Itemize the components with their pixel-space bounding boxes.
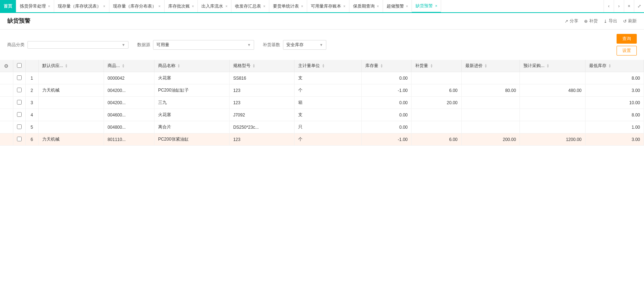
row-checkbox[interactable] <box>13 109 25 121</box>
tab-batch-account[interactable]: 库存批次账 × <box>165 0 198 13</box>
tab-collection-label: 收发存汇总表 <box>235 3 261 9</box>
row-goods-code: 004600... <box>104 109 155 121</box>
row-spec: SS816 <box>229 72 295 84</box>
row-stock: -1.00 <box>361 84 411 97</box>
select-all-checkbox[interactable] <box>17 63 22 68</box>
row-select-checkbox[interactable] <box>17 100 22 105</box>
tab-exception[interactable]: 拣货异常处理 × <box>16 0 54 13</box>
tab-order-stat[interactable]: 要货单统计表 × <box>269 0 307 13</box>
nav-next-button[interactable]: › <box>614 0 624 13</box>
row-index: 3 <box>25 97 38 109</box>
tab-exception-label: 拣货异常处理 <box>20 3 46 9</box>
row-stock: -1.00 <box>361 133 411 146</box>
sort-icon: ▲▼ <box>547 64 549 68</box>
goods-code-col-label: 商品... <box>108 63 120 68</box>
close-icon[interactable]: × <box>343 4 345 8</box>
row-select-checkbox[interactable] <box>17 75 22 80</box>
row-select-checkbox[interactable] <box>17 88 22 92</box>
tab-overstock-label: 超储预警 <box>387 3 404 9</box>
min-stock-col-header[interactable]: 最低库存 ▲▼ <box>586 60 644 72</box>
row-stock: 0.00 <box>361 97 411 109</box>
nav-prev-button[interactable]: ‹ <box>604 0 614 13</box>
row-supplier <box>38 72 104 84</box>
tab-home[interactable]: 首页 <box>0 0 16 13</box>
share-label: 分享 <box>570 18 578 24</box>
tab-shortage[interactable]: 缺货预警 × <box>412 0 441 13</box>
unit-col-label: 主计量单位 <box>298 63 320 68</box>
unit-col-header[interactable]: 主计量单位 ▲▼ <box>295 60 362 72</box>
chevron-down-icon: ▼ <box>122 43 125 47</box>
close-icon[interactable]: × <box>435 4 437 8</box>
tab-overstock[interactable]: 超储预警 × <box>383 0 412 13</box>
row-select-checkbox[interactable] <box>17 124 22 129</box>
row-spec: 123 <box>229 133 295 146</box>
row-spec: DS250*23c... <box>229 121 295 133</box>
export-button[interactable]: ⤓ 导出 <box>604 18 617 24</box>
tab-order-stat-label: 要货单统计表 <box>273 3 299 9</box>
tab-inventory-status[interactable]: 现存量（库存状况表） × <box>54 0 109 13</box>
tab-inventory-dist[interactable]: 现存量（库存分布表） × <box>109 0 165 13</box>
row-unit: 支 <box>295 72 362 84</box>
settings-col-header[interactable]: ⚙ <box>0 60 13 72</box>
row-select-checkbox[interactable] <box>17 137 22 141</box>
settings-button[interactable]: 设置 <box>617 46 637 56</box>
replenish-col-header[interactable]: 补货量 ▲▼ <box>412 60 461 72</box>
close-icon[interactable]: × <box>192 4 194 8</box>
index-col-header <box>25 60 38 72</box>
spec-col-header[interactable]: 规格型号 ▲▼ <box>229 60 295 72</box>
sort-icon: ▲▼ <box>122 64 125 68</box>
row-latest-price <box>461 121 520 133</box>
tab-expiry[interactable]: 保质期查询 × <box>349 0 383 13</box>
replenish-button[interactable]: ⊕ 补货 <box>584 18 598 24</box>
row-est-purchase <box>520 72 586 84</box>
checkbox-col-header[interactable] <box>13 60 25 72</box>
tab-expiry-label: 保质期查询 <box>353 3 375 9</box>
close-icon[interactable]: × <box>103 4 105 8</box>
row-checkbox[interactable] <box>13 133 25 146</box>
sort-icon: ▲▼ <box>430 64 433 68</box>
supplier-col-header[interactable]: 默认供应... ▲▼ <box>38 60 104 72</box>
close-icon[interactable]: × <box>48 4 50 8</box>
tab-available-ledger[interactable]: 可用量库存账本 × <box>307 0 349 13</box>
close-icon[interactable]: × <box>377 4 379 8</box>
row-est-purchase: 480.00 <box>520 84 586 97</box>
row-checkbox[interactable] <box>13 97 25 109</box>
datasource-select[interactable]: 可用量 ▼ <box>153 40 254 50</box>
row-replenish: 6.00 <box>412 133 461 146</box>
row-checkbox[interactable] <box>13 121 25 133</box>
share-button[interactable]: ↗ 分享 <box>565 18 578 24</box>
table-header-row: ⚙ 默认供应... ▲▼ 商品... ▲▼ 商品名称 ▲▼ <box>0 60 644 72</box>
row-goods-code: 801110... <box>104 133 155 146</box>
refresh-button[interactable]: ↺ 刷新 <box>623 18 637 24</box>
goods-code-col-header[interactable]: 商品... ▲▼ <box>104 60 155 72</box>
category-select[interactable]: ▼ <box>27 41 129 49</box>
row-goods-code: 004800... <box>104 121 155 133</box>
latest-price-col-header[interactable]: 最新进价 ▲▼ <box>461 60 520 72</box>
tab-home-label: 首页 <box>4 3 12 9</box>
row-supplier: 力天机械 <box>38 84 104 97</box>
close-icon[interactable]: × <box>406 4 408 8</box>
table-row: 2 力天机械 004200... PC200油缸缸子 123 个 -1.00 6… <box>0 84 644 97</box>
tab-collection[interactable]: 收发存汇总表 × <box>231 0 269 13</box>
close-icon[interactable]: × <box>263 4 265 8</box>
close-icon[interactable]: × <box>225 4 227 8</box>
close-icon[interactable]: × <box>301 4 303 8</box>
row-checkbox[interactable] <box>13 84 25 97</box>
row-unit: 只 <box>295 121 362 133</box>
close-icon[interactable]: × <box>158 4 161 8</box>
row-replenish <box>412 121 461 133</box>
row-checkbox[interactable] <box>13 72 25 84</box>
tab-flow[interactable]: 出入库流水 × <box>198 0 231 13</box>
table-row: 5 004800... 离合片 DS250*23c... 只 0.00 1.00 <box>0 121 644 133</box>
nav-close-button[interactable]: × <box>624 0 634 13</box>
goods-name-col-header[interactable]: 商品名称 ▲▼ <box>154 60 229 72</box>
nav-fullscreen-button[interactable]: ⤢ <box>634 0 644 13</box>
row-supplier: 力天机械 <box>38 133 104 146</box>
export-label: 导出 <box>609 18 617 24</box>
replenish-base-select[interactable]: 安全库存 ▼ <box>283 40 326 50</box>
est-purchase-col-header[interactable]: 预计采购... ▲▼ <box>520 60 586 72</box>
row-latest-price <box>461 109 520 121</box>
row-select-checkbox[interactable] <box>17 112 22 117</box>
query-button[interactable]: 查询 <box>617 34 637 44</box>
stock-col-header[interactable]: 库存量 ▲▼ <box>361 60 411 72</box>
